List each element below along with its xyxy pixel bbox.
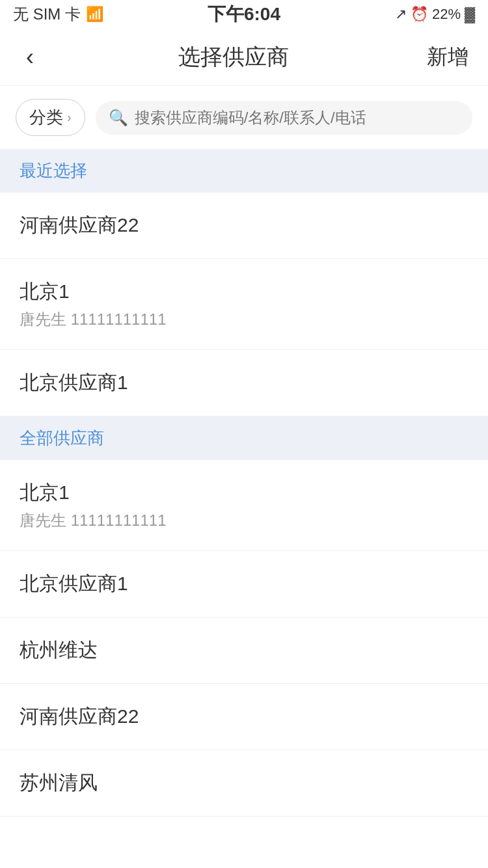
search-input[interactable]	[135, 109, 459, 127]
category-button[interactable]: 分类 ›	[16, 99, 85, 136]
search-icon: 🔍	[109, 109, 128, 127]
wifi-icon: 📶	[86, 6, 103, 23]
battery-icon: ▓	[465, 6, 475, 23]
item-sub: 唐先生 11111111111	[20, 309, 468, 330]
search-box: 🔍	[96, 101, 472, 135]
add-button[interactable]: 新增	[427, 43, 468, 72]
all-list-item[interactable]: 北京供应商1	[0, 551, 488, 617]
chevron-right-icon: ›	[67, 110, 72, 125]
recent-section-label: 最近选择	[20, 161, 87, 180]
alarm-icon: ⏰	[411, 6, 428, 23]
recent-items-list: 河南供应商22 北京1 唐先生 11111111111 北京供应商1	[0, 193, 488, 416]
item-name: 苏州清风	[20, 770, 468, 796]
recent-section-header: 最近选择	[0, 149, 488, 193]
all-list-item[interactable]: 北京1 唐先生 11111111111	[0, 460, 488, 551]
recent-list-item[interactable]: 北京1 唐先生 11111111111	[0, 259, 488, 350]
recent-list-item[interactable]: 河南供应商22	[0, 193, 488, 259]
item-name: 北京供应商1	[20, 370, 468, 396]
status-bar: 无 SIM 卡 📶 下午6:04 ↗ ⏰ 22% ▓	[0, 0, 488, 29]
item-name: 河南供应商22	[20, 703, 468, 730]
all-list-item[interactable]: 苏州清风	[0, 750, 488, 817]
item-name: 河南供应商22	[20, 212, 468, 239]
all-items-list: 北京1 唐先生 11111111111 北京供应商1杭州维达河南供应商22苏州清…	[0, 460, 488, 817]
recent-list-item[interactable]: 北京供应商1	[0, 350, 488, 416]
item-name: 杭州维达	[20, 637, 468, 664]
item-name: 北京1	[20, 278, 468, 305]
category-label: 分类	[29, 106, 63, 129]
item-sub: 唐先生 11111111111	[20, 510, 468, 531]
all-section-label: 全部供应商	[20, 428, 104, 448]
status-time: 下午6:04	[208, 2, 280, 27]
location-icon: ↗	[395, 6, 407, 23]
nav-bar: ‹ 选择供应商 新增	[0, 29, 488, 86]
status-indicators: ↗ ⏰ 22% ▓	[395, 6, 475, 23]
item-name: 北京1	[20, 480, 468, 506]
filter-bar: 分类 › 🔍	[0, 86, 488, 149]
status-carrier: 无 SIM 卡 📶	[13, 4, 103, 25]
page-title: 选择供应商	[178, 42, 289, 72]
item-name: 北京供应商1	[20, 571, 468, 597]
all-list-item[interactable]: 河南供应商22	[0, 684, 488, 750]
all-list-item[interactable]: 杭州维达	[0, 617, 488, 684]
all-section-header: 全部供应商	[0, 416, 488, 460]
back-button[interactable]: ‹	[20, 37, 40, 77]
battery-text: 22%	[432, 6, 461, 23]
